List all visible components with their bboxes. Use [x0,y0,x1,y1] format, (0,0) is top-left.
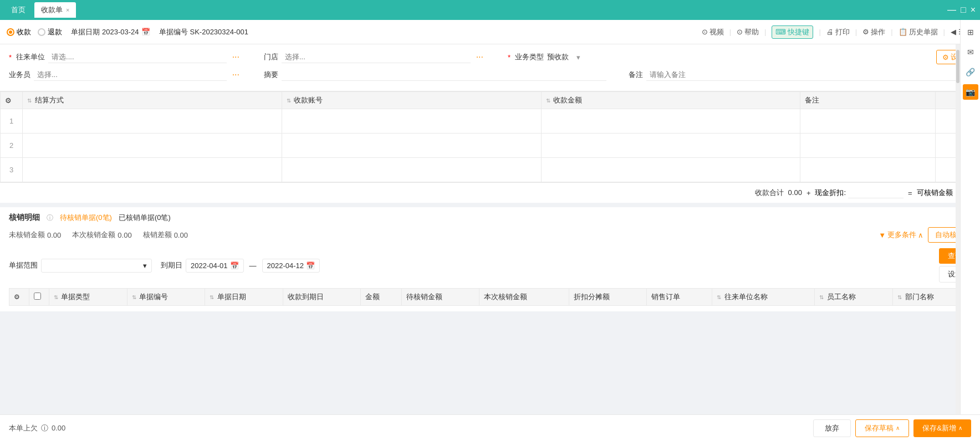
sort-dept[interactable]: ⇅ [897,294,902,300]
video-label: 视频 [710,27,724,37]
video-icon: ⊙ [702,28,708,36]
help-action[interactable]: ⊙ 帮助 [737,27,759,37]
current-label: 本次核销金额 [72,230,115,240]
range-select[interactable]: ▾ [41,259,152,273]
row-num-2: 2 [1,134,23,158]
chevron-up-icon: ∧ [918,231,923,239]
shortcut-action[interactable]: ⌨ 快捷键 [772,25,813,39]
doc-number-label: 单据编号 [139,293,168,301]
writeoff-header: 核销明细 ⓘ 待核销单据(0笔) 已核销单据(0笔) [9,213,971,223]
select-all-checkbox[interactable] [34,293,41,300]
minimize-button[interactable]: — [947,5,956,15]
scrollbar-thumb[interactable] [956,50,959,83]
scrollbar[interactable] [956,44,960,414]
sidebar-email-icon[interactable]: ✉ [963,44,978,60]
doc-date-th: ⇅ 单据日期 [205,289,283,306]
document-number-value[interactable]: SK-20230324-001 [190,28,249,36]
business-type-value[interactable]: 预收款 [547,52,569,62]
refund-radio[interactable]: 退款 [38,27,62,37]
sort-icon-3[interactable]: ⇅ [546,98,550,104]
row2-notes[interactable] [800,134,936,158]
store-input[interactable] [282,51,471,63]
table-footer: 收款合计 0.00 + 现金折扣: = 可核销金额 0.00 [0,182,980,203]
notes-input[interactable] [646,69,971,81]
row3-settlement[interactable] [23,158,282,182]
counterpart-more-button[interactable]: ··· [230,52,242,62]
close-button[interactable]: × [971,5,976,15]
doc-range-field: 单据范围 ▾ [9,259,152,273]
maximize-button[interactable]: □ [961,5,966,15]
tab-home[interactable]: 首页 [4,2,32,18]
business-type-dropdown-icon[interactable]: ▾ [576,53,580,61]
divider1: | [729,28,731,36]
sort-icon-2[interactable]: ⇅ [287,98,291,104]
table-row: 2 🗑 ⧉ [1,134,980,158]
save-new-button[interactable]: 保存&新增 ∧ [913,419,971,437]
tab-active[interactable]: 收款单 × [34,2,76,18]
more-conditions-label: 更多条件 [887,230,916,240]
receipt-radio[interactable]: 收款 [7,27,31,37]
range-label: 单据范围 [9,260,38,270]
document-number-field: 单据编号 SK-20230324-001 [159,27,249,37]
store-more-button[interactable]: ··· [474,52,486,62]
row3-account[interactable] [282,158,541,182]
row3-amount[interactable] [541,158,800,182]
save-draft-button[interactable]: 保存草稿 ∧ [855,419,909,437]
current-value: 0.00 [118,231,131,239]
document-date-value[interactable]: 2023-03-24 [102,28,139,36]
completed-link[interactable]: 已核销单据(0笔) [119,213,171,223]
row1-settlement[interactable] [23,109,282,134]
writeoff-info-icon[interactable]: ⓘ [47,213,53,223]
save-draft-label: 保存草稿 [865,423,894,433]
more-conditions-button[interactable]: ▼ 更多条件 ∧ [879,230,923,240]
tab-close-icon[interactable]: × [66,7,69,13]
counterpart-col-label: 往来单位名称 [724,293,768,301]
row2-amount[interactable] [541,134,800,158]
gear-th[interactable]: ⚙ [9,289,29,306]
sort-doc-number[interactable]: ⇅ [132,294,136,300]
form-area: * 往来单位 ··· 门店 ··· * 业务类型 预收款 ▾ ⚙ 设置 业务员 [0,44,980,91]
sort-employee[interactable]: ⇅ [819,294,824,300]
row1-notes[interactable] [800,109,936,134]
document-number-label: 单据编号 [159,27,188,37]
table-gear-header[interactable]: ⚙ [1,92,23,109]
print-action[interactable]: 🖨 打印 [826,27,850,37]
date-to-input[interactable]: 2022-04-12 📅 [262,259,320,273]
checkbox-th[interactable] [29,289,49,306]
video-action[interactable]: ⊙ 视频 [702,27,724,37]
sort-doc-type[interactable]: ⇅ [54,294,58,300]
discount-input[interactable] [848,187,904,198]
operate-action[interactable]: ⚙ 操作 [862,27,885,37]
row2-account[interactable] [282,134,541,158]
amount-header: ⇅ 收款金额 [541,92,800,109]
sort-doc-date[interactable]: ⇅ [210,294,214,300]
row3-notes[interactable] [800,158,936,182]
discard-button[interactable]: 放弃 [813,419,851,437]
data-table: ⚙ ⇅ 结算方式 ⇅ 收款账号 ⇅ 收款金额 备注 操作 [0,91,980,182]
date-from-input[interactable]: 2022-04-01 📅 [186,259,244,273]
counterpart-input[interactable] [48,51,227,63]
sort-icon[interactable]: ⇅ [27,98,32,104]
pending-link[interactable]: 待核销单据(0笔) [60,213,112,223]
info-icon[interactable]: ⓘ [41,423,48,433]
row1-account[interactable] [282,109,541,134]
business-type-label: 业务类型 [515,52,544,62]
summary-input[interactable] [282,69,606,81]
sort-counterpart[interactable]: ⇅ [717,294,721,300]
prev-layout-button[interactable]: ◀ [951,28,956,36]
calendar-icon[interactable]: 📅 [141,28,150,36]
tab-home-label: 首页 [11,5,25,15]
total-label-text: 收款合计 [755,188,784,197]
sidebar-link-icon[interactable]: 🔗 [963,64,978,80]
writeoff-table: ⚙ ⇅ 单据类型 ⇅ 单据编号 ⇅ 单据日期 收款到期日 金 [9,288,971,306]
salesperson-more-button[interactable]: ··· [230,70,242,80]
sidebar-camera-icon[interactable]: 📷 [963,84,978,100]
doc-type-th: ⇅ 单据类型 [49,289,127,306]
sidebar-table-icon[interactable]: ⊞ [963,24,978,40]
data-table-container: ⚙ ⇅ 结算方式 ⇅ 收款账号 ⇅ 收款金额 备注 操作 [0,91,980,182]
dept-label: 部门名称 [905,293,934,301]
row2-settlement[interactable] [23,134,282,158]
history-action[interactable]: 📋 历史单据 [899,27,938,37]
salesperson-input[interactable] [34,69,227,81]
row1-amount[interactable] [541,109,800,134]
